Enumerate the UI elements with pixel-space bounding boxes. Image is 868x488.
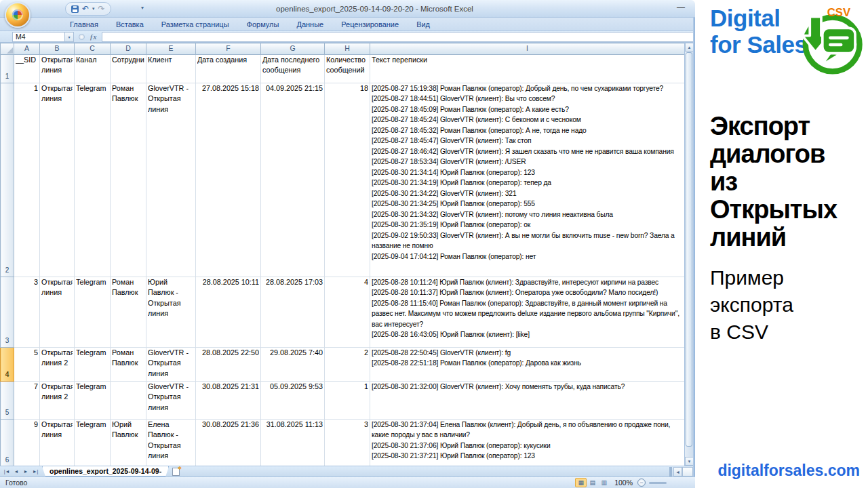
row-header-1[interactable]: 1 xyxy=(1,54,14,83)
cell-H3[interactable]: 4 xyxy=(325,277,370,347)
cell-F2[interactable]: 27.08.2025 15:18 xyxy=(196,83,261,277)
cell-I4[interactable]: [2025-08-28 22:50:45] GloverVTR (клиент)… xyxy=(370,347,685,381)
row-header-6[interactable]: 6 xyxy=(1,419,14,466)
cell-B6[interactable]: Открытая линия xyxy=(40,419,75,466)
insert-function-icon[interactable]: ƒx xyxy=(90,33,96,41)
cell-C5[interactable]: Telegram xyxy=(75,381,111,419)
customize-qat-icon[interactable]: ▾ xyxy=(141,5,144,11)
cell-I2[interactable]: [2025-08-27 15:19:38] Роман Павлюк (опер… xyxy=(370,83,685,277)
first-sheet-button[interactable]: |◄ xyxy=(2,469,12,474)
cell-G6[interactable]: 31.08.2025 11:13 xyxy=(261,419,325,466)
last-sheet-button[interactable]: ►| xyxy=(31,469,40,474)
select-all-corner[interactable] xyxy=(1,43,14,55)
horizontal-scroll-thumb[interactable] xyxy=(682,467,693,476)
name-box[interactable]: M4 xyxy=(12,32,65,42)
formula-input[interactable] xyxy=(102,32,693,42)
cell-G2[interactable]: 04.09.2025 21:15 xyxy=(261,83,325,277)
row-header-4[interactable]: 4 xyxy=(1,347,14,381)
cell-H1[interactable]: Количество сообщений xyxy=(325,54,370,83)
cell-A6[interactable]: 9 xyxy=(14,419,40,466)
cell-B5[interactable]: Открытая линия 2 xyxy=(40,381,75,419)
column-header-D[interactable]: D xyxy=(111,43,146,55)
save-icon[interactable] xyxy=(71,5,79,13)
undo-icon[interactable]: ↶ xyxy=(82,3,89,15)
cell-B4[interactable]: Открытая линия 2 xyxy=(40,347,75,381)
vertical-scrollbar[interactable]: ▲ ▼ xyxy=(684,43,693,466)
undo-dropdown-icon[interactable]: ▾ xyxy=(92,6,95,12)
zoom-slider[interactable] xyxy=(649,482,667,484)
cell-A2[interactable]: 1 xyxy=(14,83,40,277)
cell-E6[interactable]: Елена Павлюк - Открытая линия xyxy=(146,419,196,466)
vertical-scroll-thumb[interactable] xyxy=(686,52,692,447)
cell-F5[interactable]: 30.08.2025 21:31 xyxy=(196,381,261,419)
cell-G5[interactable]: 05.09.2025 9:53 xyxy=(261,381,325,419)
cell-G3[interactable]: 28.08.2025 17:03 xyxy=(261,277,325,347)
cell-C3[interactable]: Telegram xyxy=(75,277,111,347)
cell-F4[interactable]: 28.08.2025 22:50 xyxy=(196,347,261,381)
cell-B1[interactable]: Открытая линия xyxy=(40,54,75,83)
cell-F3[interactable]: 28.08.2025 10:11 xyxy=(196,277,261,347)
name-box-dropdown-icon[interactable]: ▾ xyxy=(65,32,74,42)
column-header-A[interactable]: A xyxy=(14,43,40,55)
cell-I5[interactable]: [2025-08-30 21:32:00] GloverVTR (клиент)… xyxy=(370,381,685,419)
column-header-E[interactable]: E xyxy=(146,43,196,55)
row-header-2[interactable]: 2 xyxy=(1,83,14,277)
row-header-3[interactable]: 3 xyxy=(1,277,14,347)
ribbon-tab-4[interactable]: Формулы xyxy=(238,19,288,30)
cell-I6[interactable]: [2025-08-30 21:37:04] Елена Павлюк (клие… xyxy=(370,419,685,466)
cell-I3[interactable]: [2025-08-28 10:11:24] Юрий Павлюк (клиен… xyxy=(370,277,685,347)
cell-F1[interactable]: Дата создания xyxy=(196,54,261,83)
cell-C2[interactable]: Telegram xyxy=(75,83,111,277)
column-header-G[interactable]: G xyxy=(261,43,325,55)
cell-I1[interactable]: Текст переписки xyxy=(370,54,685,83)
site-domain-link[interactable]: digitalforsales.com xyxy=(717,462,860,480)
column-header-B[interactable]: B xyxy=(40,43,75,55)
normal-view-icon[interactable]: ▦ xyxy=(575,478,587,487)
prev-sheet-button[interactable]: ◄ xyxy=(12,469,21,474)
column-header-H[interactable]: H xyxy=(325,43,370,55)
next-sheet-button[interactable]: ► xyxy=(21,469,31,474)
cell-H4[interactable]: 2 xyxy=(325,347,370,381)
cell-E2[interactable]: GloverVTR - Открытая линия xyxy=(146,83,196,277)
page-break-view-icon[interactable]: ▥ xyxy=(598,478,610,487)
cell-A3[interactable]: 3 xyxy=(14,277,40,347)
cell-H6[interactable]: 3 xyxy=(325,419,370,466)
cell-D5[interactable] xyxy=(111,381,146,419)
cell-C1[interactable]: Канал xyxy=(75,54,111,83)
cell-C4[interactable]: Telegram xyxy=(75,347,111,381)
cell-F6[interactable]: 30.08.2025 21:36 xyxy=(196,419,261,466)
ribbon-tab-6[interactable]: Рецензирование xyxy=(332,19,408,30)
redo-icon[interactable]: ↷ xyxy=(98,3,105,15)
cell-D2[interactable]: Роман Павлюк xyxy=(111,83,146,277)
cell-B3[interactable]: Открытая линия xyxy=(40,277,75,347)
cell-D4[interactable]: Роман Павлюк xyxy=(111,347,146,381)
minimize-button[interactable]: — xyxy=(675,1,687,14)
ribbon-tab-3[interactable]: Разметка страницы xyxy=(153,19,238,30)
sheet-tab[interactable]: openlines_export_2025-09-14-09- xyxy=(42,466,169,476)
office-button[interactable] xyxy=(5,2,31,28)
cell-A4[interactable]: 5 xyxy=(14,347,40,381)
cell-E4[interactable]: GloverVTR - Открытая линия xyxy=(146,347,196,381)
ribbon-tab-5[interactable]: Данные xyxy=(288,19,332,30)
ribbon-tab-7[interactable]: Вид xyxy=(408,19,439,30)
cell-G4[interactable]: 29.08.2025 7:40 xyxy=(261,347,325,381)
column-header-I[interactable]: I xyxy=(370,43,685,55)
cell-D3[interactable]: Роман Павлюк xyxy=(111,277,146,347)
cell-A5[interactable]: 7 xyxy=(14,381,40,419)
row-header-5[interactable]: 5 xyxy=(1,381,14,419)
zoom-out-icon[interactable]: − xyxy=(637,479,646,487)
column-header-C[interactable]: C xyxy=(75,43,111,55)
tab-splitter-handle[interactable] xyxy=(669,467,672,476)
page-layout-view-icon[interactable]: ▤ xyxy=(587,478,598,487)
column-header-F[interactable]: F xyxy=(196,43,261,55)
cell-A1[interactable]: __SID xyxy=(14,54,40,83)
scroll-left-icon[interactable]: ◄ xyxy=(673,467,682,476)
cell-D6[interactable]: Юрий Павлюк xyxy=(111,419,146,466)
cell-C6[interactable]: Telegram xyxy=(75,419,111,466)
cell-H5[interactable]: 1 xyxy=(325,381,370,419)
cell-D1[interactable]: Сотрудник xyxy=(111,54,146,83)
insert-worksheet-icon[interactable] xyxy=(172,468,180,476)
cell-E5[interactable]: GloverVTR - Открытая линия xyxy=(146,381,196,419)
cell-G1[interactable]: Дата последнего сообщения xyxy=(261,54,325,83)
cell-H2[interactable]: 18 xyxy=(325,83,370,277)
